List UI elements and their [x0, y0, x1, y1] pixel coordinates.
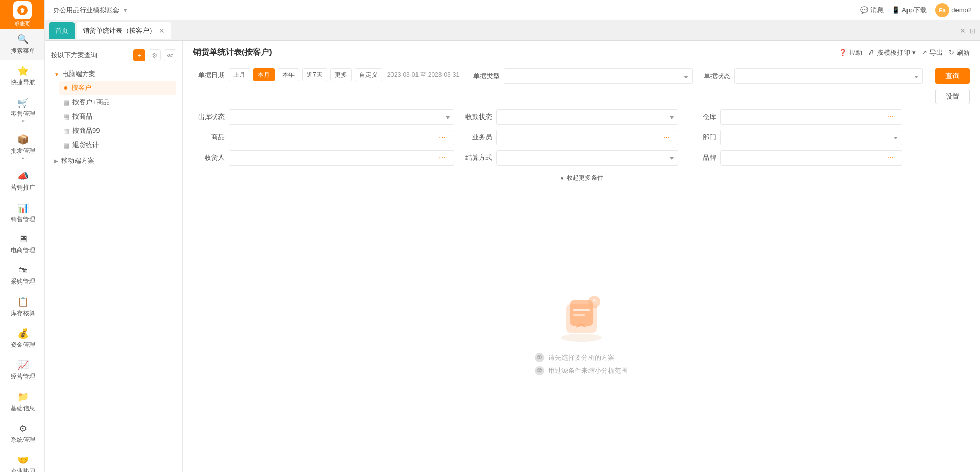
- sidebar-item-system[interactable]: ⚙ 系统管理: [0, 418, 44, 450]
- sidebar-item-search-menu[interactable]: 🔍 搜索菜单: [0, 29, 44, 60]
- help-button[interactable]: ❓ 帮助: [839, 48, 862, 57]
- sidebar-item-purchase[interactable]: 🛍 采购管理: [0, 260, 44, 291]
- sidebar-item-quick-nav[interactable]: ⭐ 快捷导航: [0, 60, 44, 92]
- salesperson-dots[interactable]: ···: [659, 133, 674, 142]
- tree-item-return-stat[interactable]: ▦ 退货统计: [59, 138, 176, 152]
- tree-item-by-customer-goods[interactable]: ▦ 按客户+商品: [59, 95, 176, 109]
- tab-home[interactable]: 首页: [49, 22, 75, 39]
- message-icon: 💬: [860, 6, 868, 14]
- tab-sales-stat[interactable]: 销货单统计表（按客户） ✕: [77, 22, 171, 39]
- sidebar-item-ecommerce[interactable]: 🖥 电商管理: [0, 229, 44, 260]
- sidebar-item-label: 搜索菜单: [11, 46, 35, 55]
- collection-label: 收款状态: [460, 112, 496, 122]
- empty-tip-1-text: 请先选择要分析的方案: [548, 353, 615, 362]
- window-controls: ✕ ⊡: [960, 27, 976, 35]
- header-right: 💬 消息 📱 App下载 Ea demo2: [860, 3, 972, 17]
- tree-item-by-goods-99[interactable]: ▦ 按商品99: [59, 124, 176, 138]
- sidebar-item-label: 批发管理: [11, 147, 35, 155]
- date-btn-this-month[interactable]: 本月: [253, 68, 275, 81]
- window-maximize-icon[interactable]: ⊡: [970, 27, 976, 35]
- goods-input[interactable]: ···: [229, 130, 454, 145]
- tree-group-desktop-header[interactable]: ▼ 电脑端方案: [51, 67, 176, 81]
- tree-group-desktop: ▼ 电脑端方案 ● 按客户 ▦ 按客户+商品: [51, 67, 176, 152]
- svg-rect-6: [573, 314, 585, 316]
- template-print-button[interactable]: 🖨 按模板打印 ▾: [868, 48, 916, 57]
- date-btn-this-year[interactable]: 本年: [278, 68, 299, 81]
- tree-item-by-customer[interactable]: ● 按客户: [59, 81, 176, 95]
- scheme-settings-icon[interactable]: ⚙: [149, 49, 161, 61]
- sidebar-item-sales[interactable]: 📊 销售管理: [0, 197, 44, 229]
- sidebar-item-marketing[interactable]: 📣 营销推广: [0, 166, 44, 197]
- tab-home-label: 首页: [55, 26, 68, 35]
- date-btn-last-month[interactable]: 上月: [229, 68, 250, 81]
- export-icon: ↗: [922, 49, 927, 56]
- department-arrow-icon: [894, 134, 898, 141]
- tree-group-mobile: ▶ 移动端方案: [51, 154, 176, 168]
- settings-button[interactable]: 设置: [935, 89, 970, 104]
- content-area: 按以下方案查询 + ⚙ ≪ ▼ 电脑端方案: [45, 41, 980, 472]
- order-type-select[interactable]: [504, 68, 692, 84]
- right-panel: 销货单统计表(按客户) ❓ 帮助 🖨 按模板打印 ▾ ↗: [183, 41, 980, 472]
- tab-close-icon[interactable]: ✕: [159, 27, 165, 35]
- tree-group-mobile-header[interactable]: ▶ 移动端方案: [51, 154, 176, 168]
- goods-dots[interactable]: ···: [435, 133, 450, 142]
- recipient-dots[interactable]: ···: [435, 153, 450, 162]
- warehouse-label: 仓库: [684, 112, 720, 122]
- user-name: demo2: [951, 6, 972, 14]
- scheme-collapse-icon[interactable]: ≪: [164, 49, 176, 61]
- message-label: 消息: [870, 6, 884, 15]
- sidebar-item-wholesale[interactable]: 📦 批发管理 ▴: [0, 129, 44, 166]
- order-status-select[interactable]: [734, 68, 923, 84]
- date-range-text: 2023-03-01 至 2023-03-31: [387, 70, 459, 79]
- sidebar-item-inventory[interactable]: 📋 库存核算: [0, 291, 44, 323]
- department-select[interactable]: [720, 130, 902, 145]
- sidebar-item-retail[interactable]: 🛒 零售管理 ▾: [0, 92, 44, 129]
- sidebar-item-finance[interactable]: 💰 资金管理: [0, 323, 44, 355]
- sidebar-item-operations[interactable]: 📈 经营管理: [0, 355, 44, 386]
- goods-label: 商品: [193, 133, 229, 142]
- tree-section: ▼ 电脑端方案 ● 按客户 ▦ 按客户+商品: [45, 65, 182, 172]
- finance-icon: 💰: [17, 328, 29, 339]
- chevron-up-icon: ▴: [22, 155, 24, 160]
- recipient-input[interactable]: ···: [229, 150, 454, 166]
- brand-input[interactable]: ···: [720, 150, 902, 166]
- add-scheme-button[interactable]: +: [133, 49, 145, 61]
- salesperson-input[interactable]: ···: [496, 130, 678, 145]
- date-btn-last-7-days[interactable]: 近7天: [302, 68, 327, 81]
- tree-item-label: 按商品: [72, 112, 92, 121]
- logo-text: 标账页: [15, 20, 30, 28]
- svg-point-9: [582, 324, 585, 327]
- collapse-filters-button[interactable]: ∧ 收起更多条件: [193, 171, 970, 185]
- chevron-down-icon: ▾: [22, 119, 24, 124]
- sidebar-item-label: 系统管理: [11, 436, 35, 444]
- tree-item-label: 退货统计: [72, 140, 99, 150]
- delivery-status-select[interactable]: [229, 109, 454, 125]
- warehouse-dots[interactable]: ···: [883, 112, 898, 122]
- warehouse-input[interactable]: ···: [720, 109, 902, 125]
- export-button[interactable]: ↗ 导出: [922, 48, 943, 57]
- refresh-button[interactable]: ↻ 刷新: [949, 48, 970, 57]
- settlement-arrow-icon: [670, 154, 674, 162]
- tree-item-label: 按客户+商品: [72, 98, 110, 107]
- app-download-button[interactable]: 📱 App下载: [892, 6, 927, 15]
- order-status-label: 单据状态: [699, 72, 734, 81]
- brand-dots[interactable]: ···: [883, 153, 898, 162]
- date-filter-label: 单据日期: [193, 70, 229, 80]
- salesperson-label: 业务员: [460, 133, 496, 142]
- query-button[interactable]: 查询: [935, 68, 970, 84]
- tree-item-by-goods[interactable]: ▦ 按商品: [59, 109, 176, 124]
- purchase-icon: 🛍: [18, 265, 28, 276]
- collection-status-select[interactable]: [496, 109, 678, 125]
- date-btn-more[interactable]: 更多: [330, 68, 352, 81]
- message-button[interactable]: 💬 消息: [860, 6, 884, 15]
- app-logo[interactable]: 标账页: [0, 0, 44, 29]
- sidebar-item-basic[interactable]: 📁 基础信息: [0, 386, 44, 418]
- tree-item-label: 按客户: [71, 83, 91, 92]
- ecommerce-icon: 🖥: [18, 234, 28, 245]
- sidebar-item-enterprise[interactable]: 🤝 企业协同: [0, 450, 44, 472]
- user-profile[interactable]: Ea demo2: [935, 3, 972, 17]
- settlement-select[interactable]: [496, 150, 678, 166]
- window-close-icon[interactable]: ✕: [960, 27, 966, 35]
- date-btn-custom[interactable]: 自定义: [355, 68, 382, 81]
- tab-sales-stat-label: 销货单统计表（按客户）: [83, 26, 156, 35]
